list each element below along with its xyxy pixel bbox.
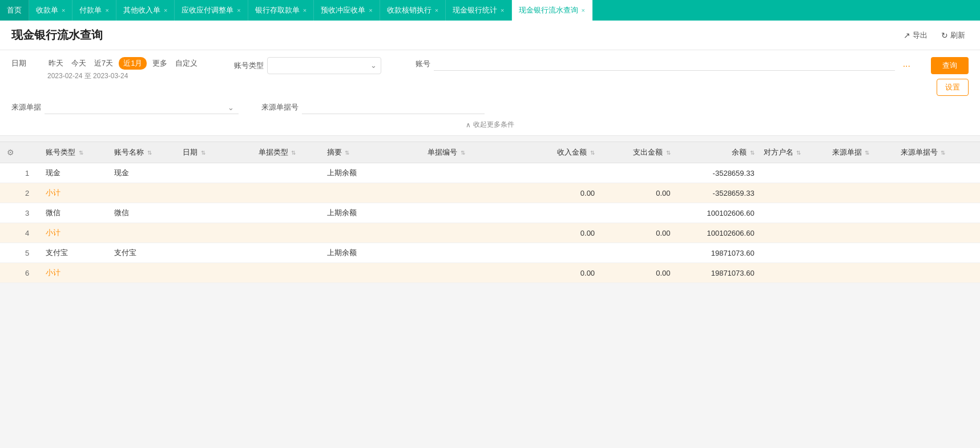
- refresh-icon: ↻: [941, 31, 948, 40]
- row-seq: 2: [21, 183, 41, 203]
- row-source-doc: [828, 223, 896, 243]
- th-bill-type[interactable]: 单据类型 ⇅: [254, 142, 322, 163]
- close-ar-ap-icon[interactable]: ×: [237, 7, 240, 14]
- source-doc-select-wrapper: ⌄: [45, 100, 239, 114]
- date-custom[interactable]: 自定义: [173, 57, 200, 70]
- refresh-button[interactable]: ↻ 刷新: [938, 28, 969, 43]
- row-counterparty: [759, 223, 828, 243]
- date-1month[interactable]: 近1月: [119, 57, 147, 70]
- row-checkbox-cell: [0, 263, 21, 283]
- date-today[interactable]: 今天: [69, 57, 88, 70]
- source-doc-no-label: 来源单据号: [261, 102, 299, 112]
- query-button[interactable]: 查询: [931, 57, 969, 74]
- top-navigation: 首页 收款单 × 付款单 × 其他收入单 × 应收应付调整单 × 银行存取款单 …: [0, 0, 980, 21]
- sort-source-doc-no-icon[interactable]: ⇅: [941, 150, 945, 156]
- row-bill-type: [254, 163, 322, 183]
- nav-receipts[interactable]: 收款单 ×: [29, 0, 72, 21]
- th-source-doc-no[interactable]: 来源单据号 ⇅: [896, 142, 980, 163]
- nav-ar-ap-adjust[interactable]: 应收应付调整单 ×: [175, 0, 248, 21]
- row-expense: [599, 243, 675, 263]
- th-summary[interactable]: 摘要 ⇅: [322, 142, 424, 163]
- sort-counterparty-icon[interactable]: ⇅: [796, 150, 801, 156]
- header-actions: ↗ 导出 ↻ 刷新: [900, 28, 969, 43]
- sort-acct-name-icon[interactable]: ⇅: [147, 150, 152, 156]
- row-bill-no: [423, 263, 524, 283]
- row-acct-name: 现金: [110, 163, 178, 183]
- row-summary: 上期余额: [322, 243, 424, 263]
- nav-cash-bank-stat[interactable]: 现金银行统计 ×: [446, 0, 511, 21]
- close-prepay-offset-icon[interactable]: ×: [369, 7, 372, 14]
- sort-bill-no-icon[interactable]: ⇅: [461, 150, 465, 156]
- row-acct-type: 小计: [41, 183, 110, 203]
- row-income: 0.00: [524, 223, 599, 243]
- row-checkbox-cell: [0, 203, 21, 223]
- th-balance[interactable]: 余额 ⇅: [675, 142, 759, 163]
- row-seq: 5: [21, 243, 41, 263]
- row-bill-type: [254, 243, 322, 263]
- source-doc-label: 来源单据: [11, 102, 41, 112]
- row-source-doc: [828, 203, 896, 223]
- row-source-doc-no: [896, 163, 980, 183]
- close-receipts-icon[interactable]: ×: [62, 7, 65, 14]
- row-source-doc-no: [896, 263, 980, 283]
- account-more-button[interactable]: ...: [903, 59, 910, 69]
- account-type-select[interactable]: [267, 57, 381, 74]
- row-acct-name: [110, 263, 178, 283]
- th-date[interactable]: 日期 ⇅: [178, 142, 253, 163]
- date-more[interactable]: 更多: [150, 57, 170, 70]
- nav-prepay-offset[interactable]: 预收冲应收单 ×: [314, 0, 380, 21]
- row-summary: [322, 183, 424, 203]
- th-acct-name[interactable]: 账号名称 ⇅: [110, 142, 178, 163]
- row-income: 0.00: [524, 263, 599, 283]
- row-source-doc: [828, 243, 896, 263]
- account-input[interactable]: [434, 57, 894, 71]
- sort-expense-icon[interactable]: ⇅: [666, 150, 671, 156]
- th-bill-no[interactable]: 单据编号 ⇅: [423, 142, 524, 163]
- close-payments-icon[interactable]: ×: [105, 7, 108, 14]
- date-7days[interactable]: 近7天: [92, 57, 115, 70]
- collapse-button[interactable]: ∧ 收起更多条件: [466, 120, 514, 130]
- th-expense[interactable]: 支出金额 ⇅: [599, 142, 675, 163]
- sort-source-doc-icon[interactable]: ⇅: [865, 150, 869, 156]
- row-acct-type: 现金: [41, 163, 110, 183]
- nav-other-income[interactable]: 其他收入单 ×: [116, 0, 175, 21]
- sort-bill-type-icon[interactable]: ⇅: [291, 150, 296, 156]
- table-gear-icon[interactable]: ⚙: [7, 148, 14, 157]
- close-other-income-icon[interactable]: ×: [164, 7, 167, 14]
- source-doc-select[interactable]: [45, 100, 239, 114]
- nav-cash-bank-flow[interactable]: 现金银行流水查询 ×: [512, 0, 592, 21]
- row-checkbox-cell: [0, 163, 21, 183]
- row-expense: [599, 203, 675, 223]
- row-bill-no: [423, 243, 524, 263]
- nav-payments[interactable]: 付款单 ×: [72, 0, 116, 21]
- table-settings-header[interactable]: ⚙: [0, 142, 21, 163]
- table-row: 3 微信 微信 上期余额 100102606.60: [0, 203, 980, 223]
- row-date: [178, 163, 253, 183]
- nav-home[interactable]: 首页: [0, 0, 29, 21]
- source-doc-no-input[interactable]: [302, 100, 485, 114]
- sort-summary-icon[interactable]: ⇅: [345, 150, 349, 156]
- row-income: [524, 243, 599, 263]
- settings-button[interactable]: 设置: [937, 79, 969, 96]
- date-yesterday[interactable]: 昨天: [46, 57, 66, 70]
- sort-date-icon[interactable]: ⇅: [201, 150, 205, 156]
- row-acct-type: 微信: [41, 203, 110, 223]
- close-bank-deposit-icon[interactable]: ×: [303, 7, 306, 14]
- close-cash-bank-stat-icon[interactable]: ×: [501, 7, 504, 14]
- th-income[interactable]: 收入金额 ⇅: [524, 142, 599, 163]
- sort-acct-type-icon[interactable]: ⇅: [79, 150, 83, 156]
- th-acct-type[interactable]: 账号类型 ⇅: [41, 142, 110, 163]
- row-acct-type: 支付宝: [41, 243, 110, 263]
- close-receipt-exec-icon[interactable]: ×: [435, 7, 438, 14]
- close-cash-bank-flow-icon[interactable]: ×: [582, 7, 585, 14]
- row-bill-type: [254, 223, 322, 243]
- th-source-doc[interactable]: 来源单据 ⇅: [828, 142, 896, 163]
- export-button[interactable]: ↗ 导出: [900, 28, 931, 43]
- th-counterparty[interactable]: 对方户名 ⇅: [759, 142, 828, 163]
- row-income: [524, 163, 599, 183]
- sort-balance-icon[interactable]: ⇅: [750, 150, 755, 156]
- row-bill-type: [254, 203, 322, 223]
- nav-receipt-exec[interactable]: 收款核销执行 ×: [380, 0, 446, 21]
- nav-bank-deposit[interactable]: 银行存取款单 ×: [248, 0, 314, 21]
- sort-income-icon[interactable]: ⇅: [590, 150, 595, 156]
